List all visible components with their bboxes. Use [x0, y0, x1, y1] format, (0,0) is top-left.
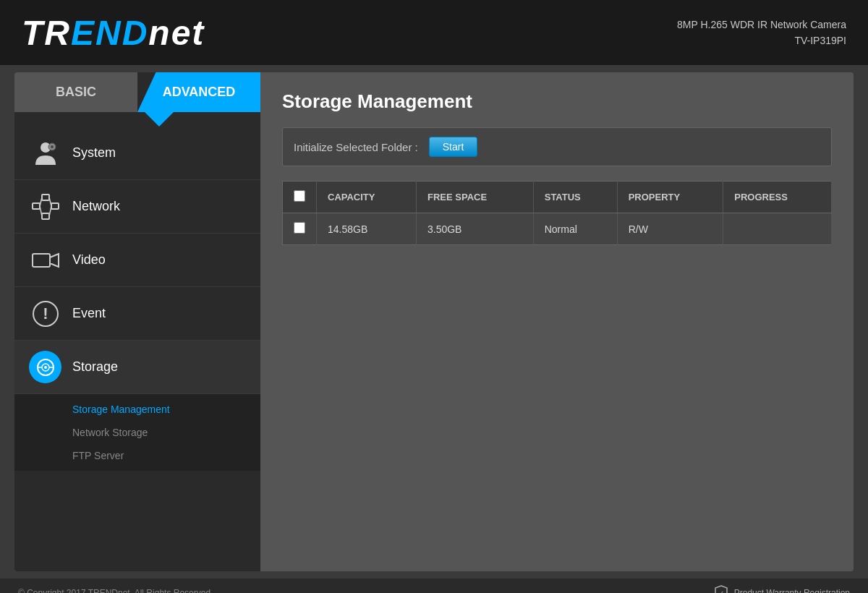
- tab-basic[interactable]: BASIC: [14, 72, 137, 112]
- col-header-progress: PROGRESS: [723, 182, 832, 213]
- storage-icon: [29, 351, 61, 383]
- svg-rect-5: [42, 213, 49, 219]
- col-header-property: PROPERTY: [617, 182, 723, 213]
- content-area: Storage Management Initialize Selected F…: [260, 72, 854, 571]
- table-row: 14.58GB 3.50GB Normal R/W: [283, 213, 832, 245]
- footer: © Copyright 2017 TRENDnet. All Rights Re…: [0, 579, 868, 593]
- footer-warranty[interactable]: ✓ Product Warranty Registration: [714, 584, 850, 593]
- svg-rect-6: [51, 203, 59, 209]
- header: TRENDnet 8MP H.265 WDR IR Network Camera…: [0, 0, 868, 65]
- sidebar-label-network: Network: [72, 199, 120, 214]
- svg-point-17: [44, 366, 47, 369]
- video-icon: [29, 244, 61, 276]
- storage-submenu: Storage Management Network Storage FTP S…: [14, 394, 260, 471]
- start-button[interactable]: Start: [429, 137, 478, 157]
- row-progress: [723, 213, 832, 245]
- logo: TRENDnet: [22, 13, 205, 53]
- row-status: Normal: [533, 213, 617, 245]
- svg-line-10: [49, 206, 51, 216]
- submenu-network-storage[interactable]: Network Storage: [65, 421, 260, 444]
- submenu-ftp-server[interactable]: FTP Server: [65, 444, 260, 467]
- warranty-label: Product Warranty Registration: [734, 588, 850, 593]
- tab-advanced[interactable]: ADVANCED: [137, 72, 260, 112]
- page-title: Storage Management: [282, 90, 832, 113]
- sidebar: BASIC ADVANCED System: [14, 72, 260, 571]
- row-checkbox-cell: [283, 213, 317, 245]
- svg-point-2: [51, 145, 54, 148]
- svg-marker-12: [50, 254, 59, 267]
- device-name: 8MP H.265 WDR IR Network Camera: [677, 17, 846, 33]
- shield-icon: ✓: [714, 584, 728, 593]
- svg-rect-3: [33, 203, 40, 209]
- col-header-status: STATUS: [533, 182, 617, 213]
- svg-line-8: [40, 206, 42, 216]
- row-free-space: 3.50GB: [416, 213, 533, 245]
- sidebar-label-video: Video: [72, 252, 106, 268]
- network-icon: [29, 190, 61, 223]
- tab-arrow: [145, 112, 174, 127]
- table-header-row: CAPACITY FREE SPACE STATUS PROPERTY PROG…: [283, 182, 832, 213]
- row-capacity: 14.58GB: [317, 213, 417, 245]
- device-model: TV-IP319PI: [677, 33, 846, 48]
- system-icon: [29, 137, 61, 169]
- sidebar-item-video[interactable]: Video: [14, 234, 260, 287]
- svg-text:✓: ✓: [718, 589, 724, 593]
- svg-line-7: [40, 197, 42, 206]
- row-checkbox[interactable]: [294, 222, 305, 234]
- footer-copyright: © Copyright 2017 TRENDnet. All Rights Re…: [18, 588, 213, 593]
- svg-rect-11: [33, 254, 50, 267]
- initialize-bar: Initialize Selected Folder : Start: [282, 127, 832, 166]
- col-header-checkbox: [283, 182, 317, 213]
- submenu-storage-management[interactable]: Storage Management: [65, 398, 260, 421]
- sidebar-label-system: System: [72, 145, 116, 161]
- sidebar-item-storage[interactable]: Storage: [14, 341, 260, 394]
- select-all-checkbox[interactable]: [294, 190, 305, 202]
- row-property: R/W: [617, 213, 723, 245]
- col-header-capacity: CAPACITY: [317, 182, 417, 213]
- sidebar-label-event: Event: [72, 306, 106, 321]
- sidebar-item-event[interactable]: ! Event: [14, 287, 260, 341]
- sidebar-item-system[interactable]: System: [14, 127, 260, 180]
- tab-bar: BASIC ADVANCED: [14, 72, 260, 112]
- storage-table: CAPACITY FREE SPACE STATUS PROPERTY PROG…: [282, 181, 832, 245]
- header-info: 8MP H.265 WDR IR Network Camera TV-IP319…: [677, 17, 846, 49]
- sidebar-label-storage: Storage: [72, 359, 118, 375]
- event-icon: !: [29, 297, 61, 330]
- sidebar-item-network[interactable]: Network: [14, 180, 260, 234]
- col-header-free-space: FREE SPACE: [416, 182, 533, 213]
- svg-rect-4: [42, 195, 49, 200]
- svg-text:!: !: [43, 304, 48, 323]
- svg-line-9: [49, 197, 51, 206]
- main-container: BASIC ADVANCED System: [14, 72, 854, 571]
- init-label: Initialize Selected Folder :: [294, 141, 418, 153]
